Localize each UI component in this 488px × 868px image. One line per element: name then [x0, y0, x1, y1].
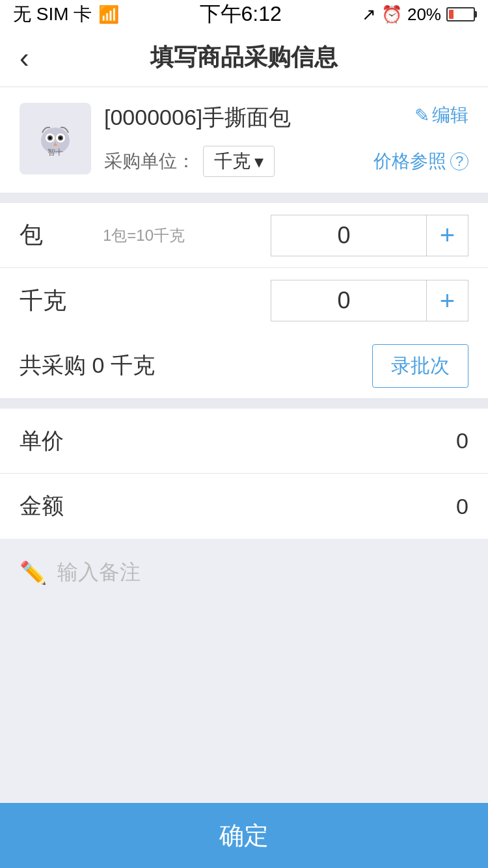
kg-plus-button[interactable]: + — [427, 280, 468, 321]
edit-icon: ✎ — [414, 105, 429, 126]
batch-record-button[interactable]: 录批次 — [372, 344, 468, 388]
nav-bar: ‹ 填写商品采购信息 — [0, 29, 488, 87]
amount-row: 金额 0 — [0, 474, 488, 539]
price-ref-button[interactable]: 价格参照 ? — [373, 149, 468, 174]
unit-price-label: 单价 — [20, 426, 64, 456]
product-header: [0000006]手撕面包 ✎ 编辑 — [104, 103, 468, 133]
confirm-button[interactable]: 确定 — [0, 803, 488, 868]
location-icon: ↗ — [362, 5, 376, 25]
kg-input-row: 千克 + — [0, 268, 488, 333]
pack-label: 包 — [20, 219, 98, 251]
help-icon: ? — [450, 152, 468, 170]
pencil-icon: ✏️ — [20, 560, 47, 586]
pack-plus-button[interactable]: + — [427, 215, 468, 256]
status-bar-left: 无 SIM 卡 📶 — [13, 2, 119, 27]
svg-text:智十: 智十 — [47, 148, 63, 157]
summary-text: 共采购 0 千克 — [20, 351, 155, 381]
alarm-icon: ⏰ — [381, 5, 402, 25]
amount-value: 0 — [456, 494, 468, 519]
summary-section: 共采购 0 千克 录批次 — [0, 333, 488, 398]
product-logo: 智十 — [33, 119, 78, 158]
unit-select[interactable]: 千克 ▾ — [203, 146, 275, 177]
status-bar-right: ↗ ⏰ 20% — [362, 5, 475, 25]
product-card: 智十 [0000006]手撕面包 ✎ 编辑 采购单位： 千克 ▾ 价格参照 ? — [0, 87, 488, 193]
battery-percent: 20% — [407, 5, 441, 25]
note-section[interactable]: ✏️ 输入备注 — [0, 539, 488, 606]
edit-button[interactable]: ✎ 编辑 — [414, 103, 468, 128]
svg-point-6 — [59, 137, 62, 139]
section-divider-2 — [0, 398, 488, 409]
amount-label: 金额 — [20, 491, 64, 521]
pack-quantity-input[interactable] — [271, 215, 427, 256]
product-unit-row: 采购单位： 千克 ▾ 价格参照 ? — [104, 146, 468, 177]
unit-label: 采购单位： — [104, 149, 195, 174]
page-title: 填写商品采购信息 — [150, 42, 338, 74]
unit-price-row: 单价 0 — [0, 409, 488, 474]
quantity-input-section: 包 1包=10千克 + 千克 + — [0, 203, 488, 333]
wifi-icon: 📶 — [98, 5, 119, 25]
status-bar: 无 SIM 卡 📶 下午6:12 ↗ ⏰ 20% — [0, 0, 488, 29]
status-bar-time: 下午6:12 — [200, 0, 282, 29]
empty-area — [0, 606, 488, 828]
owl-logo-svg: 智十 — [36, 121, 75, 157]
kg-quantity-input[interactable] — [271, 280, 427, 321]
carrier-label: 无 SIM 卡 — [13, 2, 92, 27]
kg-input-right: + — [271, 280, 468, 321]
kg-label: 千克 — [20, 285, 98, 317]
product-info: [0000006]手撕面包 ✎ 编辑 采购单位： 千克 ▾ 价格参照 ? — [104, 103, 468, 177]
pack-input-right: + — [271, 215, 468, 256]
pack-sub-label: 1包=10千克 — [103, 225, 185, 246]
unit-price-value: 0 — [456, 428, 468, 454]
battery-indicator — [446, 7, 475, 21]
note-placeholder: 输入备注 — [57, 558, 141, 587]
pack-input-row: 包 1包=10千克 + — [0, 203, 488, 268]
product-name: [0000006]手撕面包 — [104, 103, 291, 133]
svg-point-5 — [49, 137, 51, 139]
chevron-down-icon: ▾ — [254, 151, 264, 172]
back-button[interactable]: ‹ — [20, 44, 29, 72]
section-divider-1 — [0, 193, 488, 203]
product-image: 智十 — [20, 103, 91, 174]
pricing-section: 单价 0 金额 0 — [0, 409, 488, 539]
